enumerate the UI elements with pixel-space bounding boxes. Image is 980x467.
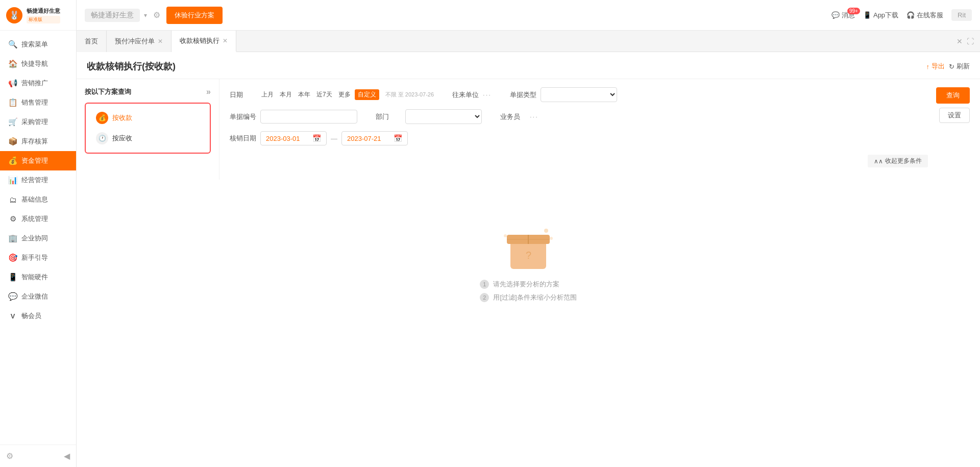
finance-icon: 💰 (8, 156, 17, 165)
sidebar-item-inventory[interactable]: 📦 库存核算 (0, 132, 76, 151)
filter-date-buttons: 上月 本月 本年 近7天 更多 自定义 (259, 89, 379, 100)
sidebar-item-guide[interactable]: 🎯 新手引导 (0, 248, 76, 267)
sidebar: 🐰 畅捷通好生意 标准版 🔍 搜索菜单 🏠 快捷导航 📢 营销推广 📋 销售管理… (0, 0, 77, 467)
sidebar-item-wecom[interactable]: 💬 企业微信 (0, 287, 76, 306)
tabbar-close-all-button[interactable]: ✕ (957, 37, 963, 45)
sidebar-item-sales[interactable]: 📋 销售管理 (0, 93, 76, 112)
filter-docno-group: 单据编号 (230, 110, 357, 124)
page-header: 收款核销执行(按收款) ↑ 导出 ↻ 刷新 (77, 52, 980, 79)
topbar: 畅捷通好生意 ▾ ⚙ 休验行业方案 💬 消息 99+ 📱 App下载 🎧 在线客… (77, 0, 980, 31)
sidebar-item-basic[interactable]: 🗂 基础信息 (0, 190, 76, 209)
tab-receipt-offset-label: 收款核销执行 (180, 36, 219, 45)
tab-prepay[interactable]: 预付冲应付单 ✕ (107, 31, 172, 52)
empty-state: ? 1 请先选择要分析的方案 2 用[过滤]条件来缩小分析范围 (77, 180, 980, 343)
filter-form-area: 日期 上月 本月 本年 近7天 更多 自定义 (219, 79, 970, 180)
docno-input[interactable] (260, 110, 357, 124)
filter-area: 按以下方案查询 » 💰 按收款 🕐 按应收 (77, 79, 980, 180)
verify-date-start-calendar-icon[interactable]: 📅 (312, 134, 321, 142)
settings-footer-icon[interactable]: ⚙ (6, 451, 13, 461)
solution-button[interactable]: 休验行业方案 (166, 7, 223, 24)
verify-date-label: 核销日期 (230, 134, 256, 143)
filter-option-by-receivable[interactable]: 🕐 按应收 (90, 128, 206, 149)
enterprise-icon: 🏢 (8, 234, 17, 243)
sidebar-item-purchase[interactable]: 🛒 采购管理 (0, 112, 76, 132)
topbar-online-service[interactable]: 🎧 在线客服 (906, 11, 943, 20)
date-btn-7days[interactable]: 近7天 (314, 89, 334, 100)
tab-home[interactable]: 首页 (77, 31, 107, 52)
sidebar-item-quicknav[interactable]: 🏠 快捷导航 (0, 54, 76, 73)
refresh-button[interactable]: ↻ 刷新 (949, 62, 970, 71)
topbar-breadcrumb: 畅捷通好生意 (85, 9, 140, 22)
verify-date-start-value: 2023-03-01 (266, 135, 300, 142)
tab-receipt-offset-close-icon[interactable]: ✕ (223, 37, 228, 44)
date-hint-area: 不限 至 2023-07-26 (385, 91, 434, 99)
basic-icon: 🗂 (8, 195, 17, 204)
filter-form-row-wrapper: 日期 上月 本月 本年 近7天 更多 自定义 (219, 79, 970, 180)
topbar-app-download[interactable]: 📱 App下载 (863, 11, 898, 20)
sidebar-item-operation[interactable]: 📊 经营管理 (0, 170, 76, 190)
date-btn-this-month[interactable]: 本月 (278, 89, 294, 100)
dept-label: 部门 (376, 112, 401, 121)
collapse-more-button[interactable]: ∧∧ 收起更多条件 (868, 155, 928, 167)
page-title: 收款核销执行(按收款) (87, 60, 176, 72)
topbar-chevron-icon[interactable]: ▾ (144, 12, 147, 19)
tabbar: 首页 预付冲应付单 ✕ 收款核销执行 ✕ ✕ ⛶ (77, 31, 980, 52)
sidebar-menu: 🔍 搜索菜单 🏠 快捷导航 📢 营销推广 📋 销售管理 🛒 采购管理 📦 库存核… (0, 31, 76, 445)
search-icon: 🔍 (8, 40, 17, 49)
marketing-icon: 📢 (8, 79, 17, 88)
empty-text: 1 请先选择要分析的方案 2 用[过滤]条件来缩小分析范围 (480, 280, 576, 302)
message-icon: 💬 (831, 11, 840, 19)
main-area: 畅捷通好生意 ▾ ⚙ 休验行业方案 💬 消息 99+ 📱 App下载 🎧 在线客… (77, 0, 980, 467)
operation-icon: 📊 (8, 176, 17, 185)
topbar-user-name[interactable]: Rit (951, 9, 972, 21)
salesperson-label: 业务员 (500, 112, 526, 121)
export-button[interactable]: ↑ 导出 (926, 62, 945, 71)
sidebar-item-finance[interactable]: 💰 资金管理 (0, 151, 76, 170)
member-icon: V (8, 311, 17, 321)
date-btn-this-year[interactable]: 本年 (296, 89, 312, 100)
date-btn-custom[interactable]: 自定义 (355, 89, 379, 100)
topbar-logo-area: 畅捷通好生意 ▾ (85, 9, 147, 22)
verify-date-start-input[interactable]: 2023-03-01 📅 (260, 131, 327, 145)
filter-option-by-receipt[interactable]: 💰 按收款 (90, 108, 206, 128)
tab-home-label: 首页 (85, 37, 98, 46)
page-content: 收款核销执行(按收款) ↑ 导出 ↻ 刷新 按以下方 (77, 52, 980, 467)
settings-button[interactable]: 设置 (939, 108, 970, 123)
dept-select[interactable] (405, 109, 482, 124)
date-btn-more[interactable]: 更多 (336, 89, 353, 100)
tabbar-expand-button[interactable]: ⛶ (967, 37, 974, 45)
app-icon: 📱 (863, 11, 871, 19)
filter-sidebar-collapse-icon[interactable]: » (206, 87, 211, 96)
filter-form: 日期 上月 本月 本年 近7天 更多 自定义 (219, 79, 928, 180)
sidebar-item-marketing[interactable]: 📢 营销推广 (0, 73, 76, 93)
doctype-select[interactable] (541, 87, 617, 102)
by-receivable-icon: 🕐 (96, 132, 108, 144)
verify-date-end-calendar-icon[interactable]: 📅 (394, 134, 402, 142)
verify-date-range: 2023-03-01 📅 — 2023-07-21 📅 (260, 131, 408, 145)
sidebar-item-system[interactable]: ⚙ 系统管理 (0, 209, 76, 229)
filter-sidebar-header: 按以下方案查询 » (85, 87, 211, 96)
sidebar-item-enterprise[interactable]: 🏢 企业协同 (0, 229, 76, 248)
sidebar-item-hardware[interactable]: 📱 智能硬件 (0, 267, 76, 287)
topbar-gear-icon[interactable]: ⚙ (153, 10, 160, 20)
date-btn-last-month[interactable]: 上月 (259, 89, 276, 100)
verify-date-end-value: 2023-07-21 (347, 135, 381, 142)
salesperson-more-icon[interactable]: ··· (530, 113, 538, 120)
empty-illustration: ? (498, 220, 559, 272)
svg-text:?: ? (526, 250, 531, 261)
filter-actions: 查询 设置 (928, 79, 970, 123)
query-button[interactable]: 查询 (936, 87, 970, 104)
tab-prepay-close-icon[interactable]: ✕ (158, 38, 163, 45)
logo-icon: 🐰 (6, 7, 22, 23)
filter-row-2: 单据编号 部门 业务员 (230, 109, 928, 124)
sidebar-item-member[interactable]: V 畅会员 (0, 306, 76, 326)
collapse-sidebar-icon[interactable]: ◀ (64, 451, 70, 461)
topbar-message[interactable]: 💬 消息 99+ (831, 11, 855, 20)
collapse-more-area: ∧∧ 收起更多条件 (230, 153, 928, 171)
counterpart-more-icon[interactable]: ··· (483, 91, 492, 99)
tab-receipt-offset[interactable]: 收款核销执行 ✕ (172, 31, 236, 52)
counterpart-label: 往来单位 (452, 90, 479, 100)
home-icon: 🏠 (8, 59, 17, 68)
sidebar-item-search[interactable]: 🔍 搜索菜单 (0, 35, 76, 54)
verify-date-end-input[interactable]: 2023-07-21 📅 (341, 131, 408, 145)
